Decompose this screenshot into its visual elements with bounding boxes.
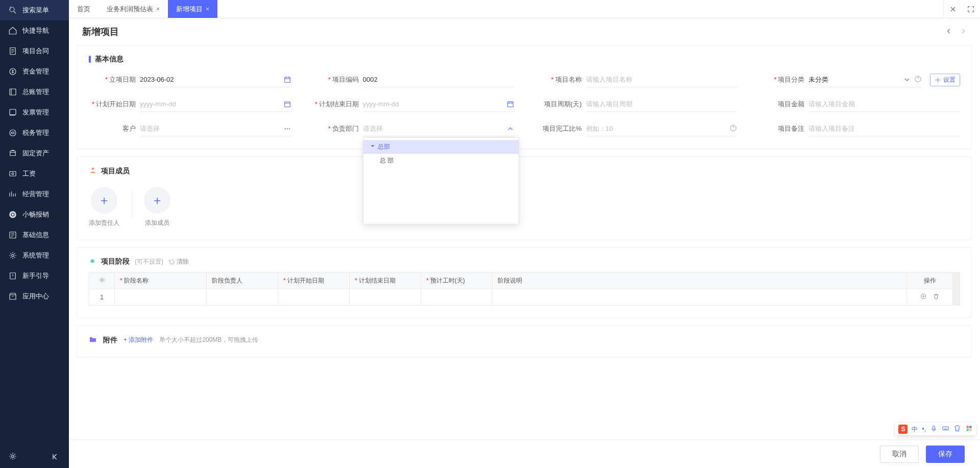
help-icon[interactable] [914,75,922,84]
field-plan-end: *计划结束日期 [312,97,514,112]
field-proj-cat: *项目分类 设置 [757,72,960,87]
sidebar-item-guide[interactable]: 新手引导 [0,266,69,286]
close-icon[interactable]: × [156,6,160,13]
collapse-icon[interactable] [51,452,61,462]
cell-stage-start[interactable] [278,289,350,306]
ime-lang[interactable]: 中 [912,425,918,434]
calendar-icon[interactable] [283,76,291,84]
sidebar-item-search[interactable]: 搜索菜单 [0,0,69,20]
plan-start-input[interactable] [140,100,283,108]
proj-code-input[interactable] [363,76,514,83]
close-all-icon[interactable] [943,0,962,18]
cell-stage-end[interactable] [350,289,421,306]
sidebar-item-reimburse[interactable]: 小畅报销 [0,204,69,225]
fullscreen-icon[interactable] [962,0,980,18]
completion-input[interactable] [586,125,727,132]
ime-punct-icon[interactable]: •, [922,426,926,433]
biz-icon [8,190,17,199]
calendar-icon[interactable] [506,100,514,108]
store-icon [8,292,17,301]
col-gear[interactable] [89,273,115,289]
cell-stage-hours[interactable] [421,289,493,306]
proj-name-input[interactable] [586,76,738,83]
add-member-label: 添加成员 [145,219,169,227]
sidebar-item-contract[interactable]: 项目合同 [0,41,69,61]
table-scrollbar[interactable] [953,272,960,306]
add-member-button[interactable]: ＋ [144,187,170,214]
sidebar-item-invoice[interactable]: 发票管理 [0,102,69,123]
svg-rect-32 [969,429,971,431]
sidebar-item-tax[interactable]: 税务管理 [0,123,69,143]
sidebar-item-asset[interactable]: 固定资产 [0,143,69,163]
chevron-down-icon[interactable] [903,76,911,84]
sidebar-item-baseinfo[interactable]: 基础信息 [0,225,69,245]
tab-profit[interactable]: 业务利润预估表 × [99,0,168,18]
field-dept: *负责部门 总部 总 部 [312,121,514,136]
save-button[interactable]: 保存 [926,446,965,463]
prev-icon[interactable] [945,27,952,37]
proj-date-input[interactable] [140,76,283,83]
sidebar-item-ledger[interactable]: 总账管理 [0,82,69,102]
dept-dropdown[interactable]: 总部 总 部 [363,137,519,224]
table-row[interactable]: 1 [89,289,953,306]
cell-stage-name[interactable] [115,289,207,306]
folder-icon [89,335,97,345]
close-icon[interactable]: × [206,6,209,13]
amount-input[interactable] [808,100,960,108]
sidebar-item-salary[interactable]: 工资 [0,163,69,184]
sidebar-menu: 搜索菜单 快捷导航 项目合同 资金管理 总账管理 发票管理 税务管理 固定资产 [0,0,69,446]
calendar-icon[interactable] [283,100,291,108]
sidebar-item-label: 资金管理 [22,67,49,76]
svg-point-24 [91,259,94,263]
chevron-up-icon[interactable] [506,125,514,133]
ime-grid-icon[interactable] [965,425,973,434]
stages-clear-button[interactable]: 清除 [168,258,189,266]
sidebar-item-sysmgr[interactable]: 系统管理 [0,245,69,266]
ime-skin-icon[interactable] [953,425,961,434]
cell-stage-desc[interactable] [493,289,907,306]
sogou-icon[interactable]: S [898,425,908,434]
plan-end-input[interactable] [363,100,506,108]
dept-input[interactable] [363,125,506,132]
cycle-input[interactable] [586,100,738,108]
ime-toolbar[interactable]: S 中 •, [895,423,976,435]
row-actions [907,289,953,306]
sidebar-item-quicknav[interactable]: 快捷导航 [0,20,69,41]
sidebar-item-label: 经营管理 [22,190,49,199]
remark-input[interactable] [808,125,960,132]
attachment-hint: 单个大小不超过200MB，可拖拽上传 [159,336,258,344]
tab-home[interactable]: 首页 [69,0,99,18]
svg-point-19 [285,128,286,129]
sidebar-item-label: 税务管理 [22,128,49,137]
add-owner-button[interactable]: ＋ [91,187,117,214]
sidebar-item-label: 搜索菜单 [22,6,49,15]
section-title-label: 项目成员 [101,167,130,176]
sidebar-item-biz[interactable]: 经营管理 [0,184,69,204]
gear-icon[interactable] [8,452,17,462]
stages-hint: (可不设置) [135,258,163,266]
cancel-button[interactable]: 取消 [880,446,919,463]
help-icon[interactable] [729,124,737,133]
sidebar-item-appstore[interactable]: 应用中心 [0,286,69,307]
dropdown-item[interactable]: 总 部 [363,154,519,168]
ime-keyboard-icon[interactable] [942,425,949,434]
delete-row-icon[interactable] [930,294,942,301]
next-icon[interactable] [960,27,967,37]
ellipsis-icon[interactable] [283,125,291,133]
caret-down-icon [370,143,376,151]
dropdown-item[interactable]: 总部 [363,140,519,154]
tab-newproject[interactable]: 新增项目 × [168,0,217,18]
add-row-icon[interactable] [918,294,929,301]
customer-input[interactable] [140,125,283,132]
ime-mic-icon[interactable] [930,425,938,434]
members-card: 项目成员 ＋ 添加责任人 ＋ 添加成员 [77,156,972,240]
add-attachment-button[interactable]: + 添加附件 [124,336,153,344]
settings-button[interactable]: 设置 [930,74,960,86]
section-bar-icon [89,166,97,176]
cell-stage-owner[interactable] [207,289,278,306]
sys-icon [8,251,17,260]
proj-cat-input[interactable] [808,76,903,83]
sidebar-item-fund[interactable]: 资金管理 [0,61,69,82]
svg-rect-14 [284,77,290,82]
sidebar-item-label: 基础信息 [22,230,49,240]
